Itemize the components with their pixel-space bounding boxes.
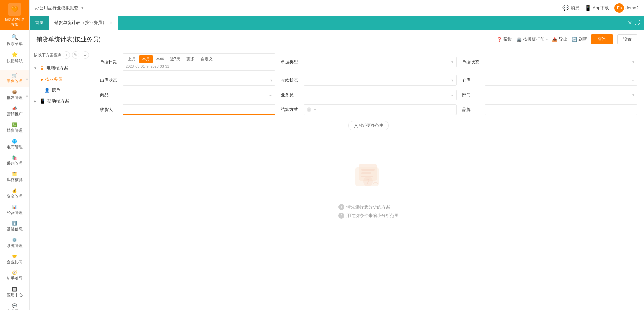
sidebar-item-sales[interactable]: 💹 销售管理 (0, 120, 29, 136)
warehouse-more-icon: ··· (630, 78, 634, 83)
sidebar-item-collab-label: 企业协同 (7, 259, 23, 265)
export-button[interactable]: 📤 导出 (552, 36, 568, 42)
system-icon: ⚙️ (12, 238, 17, 242)
svg-rect-2 (361, 169, 375, 171)
sidebar-item-guide[interactable]: 🧭 新手引导 (0, 268, 29, 284)
filter-payment: 结算方式 ✕ ▾ (281, 104, 456, 115)
sidebar-logo[interactable]: 🧡 畅捷通好生意 标版 (0, 0, 29, 30)
goods-control[interactable]: ··· (123, 90, 275, 100)
sidebar-item-inventory[interactable]: 🗂️ 库存核算 (0, 169, 29, 186)
tree-child-by-order[interactable]: 👤 按单 (36, 85, 93, 95)
filter-row-1: 单据日期 上月 本月 本年 近7天 更多 自定义 20 (100, 53, 637, 71)
left-panel-title: 按以下方案查询 (34, 52, 62, 58)
doc-status-dropdown-icon: ▾ (632, 60, 634, 64)
topbar-dropdown-icon[interactable]: ▾ (81, 5, 84, 10)
payment-control[interactable]: ✕ ▾ (304, 104, 456, 115)
doc-type-control[interactable]: ▾ (304, 57, 456, 67)
receipt-status-control[interactable]: ▾ (304, 75, 456, 86)
star-icon: ⭐ (11, 51, 18, 58)
date-tab-thisyear[interactable]: 本年 (153, 55, 167, 63)
edit-scheme-button[interactable]: ✎ (72, 51, 79, 59)
filter-dept: 部门 ▾ (462, 90, 637, 100)
tree-mobile-group[interactable]: ▶ 📱 移动端方案 (30, 95, 93, 107)
sidebar-item-marketing[interactable]: 📣 营销推广 (0, 103, 29, 120)
refresh-button[interactable]: 🔄 刷新 (572, 36, 587, 42)
dept-label: 部门 (462, 92, 482, 98)
empty-tip-1: 1 请先选择要分析的方案 (338, 204, 399, 210)
message-button[interactable]: 💬 消息 (562, 5, 579, 11)
tree-node-mobile: ▶ 📱 移动端方案 (30, 95, 93, 107)
export-icon: 📤 (552, 37, 557, 42)
tree-node-desktop: ▼ 🖥 电脑端方案 ● 按业务员 👤 按单 (30, 62, 93, 95)
main-layout: 按以下方案查询 ＋ ✎ « ▼ 🖥 电脑端方案 (30, 48, 644, 310)
date-tab-custom[interactable]: 自定义 (198, 55, 215, 63)
date-tab-more[interactable]: 更多 (184, 55, 197, 63)
out-status-control[interactable]: ▾ (123, 75, 275, 86)
help-button[interactable]: ❓ 帮助 (497, 36, 512, 42)
date-label: 单据日期 (100, 59, 120, 65)
topbar: 办公用品行业模拟账套 ▾ 💬 消息 📱 App下载 Ea demo2 (30, 0, 644, 16)
tree-child-salesperson-label: 按业务员 (45, 76, 62, 82)
empty-state-icon: ? (348, 157, 389, 197)
date-tab-thismonth[interactable]: 本月 (139, 55, 153, 63)
logo-icon: 🧡 (8, 3, 21, 16)
sidebar-item-basic[interactable]: ℹ️ 基础信息 (0, 218, 29, 235)
sidebar-item-appstore[interactable]: 🔲 应用中心 (0, 284, 29, 301)
filter-doc-type: 单据类型 ▾ (281, 57, 456, 67)
query-label: 查询 (598, 37, 606, 42)
settings-button[interactable]: 设置 (617, 34, 637, 44)
sidebar-item-collab[interactable]: 🤝 企业协同 (0, 251, 29, 268)
warehouse-control[interactable]: ··· (485, 75, 637, 86)
date-tab-lastmonth[interactable]: 上月 (125, 55, 139, 63)
out-status-label: 出库状态 (100, 77, 120, 83)
sidebar-item-wholesale[interactable]: 📦 批发管理 ▴ (0, 87, 29, 103)
search-menu-button[interactable]: 🔍 搜索菜单 (2, 32, 27, 48)
sidebar-item-wechat[interactable]: 💬 企业微信 (0, 301, 29, 310)
purchase-icon: 🛍️ (12, 155, 17, 160)
filter-row-3: 商品 ··· 业务员 ··· 部门 (100, 90, 637, 100)
collapse-label: 收起更多条件 (359, 123, 383, 128)
chevron-up-icon: ▴ (26, 93, 28, 97)
filter-row-4: 收货人 ··· 结算方式 ✕ ▾ (100, 104, 637, 115)
sidebar-item-finance[interactable]: 💰 资金管理 (0, 186, 29, 202)
consignee-control[interactable]: ··· (123, 104, 275, 115)
dept-control[interactable]: ▾ (485, 90, 637, 100)
date-tab-last7[interactable]: 近7天 (167, 55, 183, 63)
guide-icon: 🧭 (12, 270, 17, 275)
mobile-icon: 📱 (40, 98, 45, 104)
retail-icon: 🛒 (12, 73, 17, 78)
sidebar-item-system[interactable]: ⚙️ 系统管理 (0, 235, 29, 251)
tab-close-button[interactable]: ✕ (109, 21, 113, 25)
date-tabs: 上月 本月 本年 近7天 更多 自定义 (123, 54, 275, 63)
quick-nav-button[interactable]: ⭐ 快捷导航 (2, 50, 27, 66)
collapse-panel-button[interactable]: « (82, 51, 89, 59)
date-filter-wrapper[interactable]: 上月 本月 本年 近7天 更多 自定义 2023-03-01 至 2023-03… (123, 53, 275, 71)
tab-home[interactable]: 首页 (30, 16, 49, 30)
sidebar-item-operation[interactable]: 📊 经营管理 (0, 202, 29, 218)
tabbar-expand[interactable]: ✕ ⛶ (624, 20, 644, 26)
topbar-right: 💬 消息 📱 App下载 Ea demo2 (562, 3, 639, 13)
tree-desktop-group[interactable]: ▼ 🖥 电脑端方案 (30, 62, 93, 74)
collapse-button[interactable]: ⋀ 收起更多条件 (348, 121, 389, 130)
sidebar-item-inventory-label: 库存核算 (7, 177, 23, 183)
empty-state: ? 1 请先选择要分析的方案 2 用过滤条件来缩小分析范围 (100, 137, 637, 239)
sidebar-item-retail[interactable]: 🛒 零售管理 ▾ (0, 70, 29, 87)
consignee-label: 收货人 (100, 107, 120, 113)
left-panel-actions: ＋ ✎ « (63, 51, 89, 59)
template-print-button[interactable]: 🖨️ 按模板打印 ▾ (516, 36, 548, 42)
brand-control[interactable]: ··· (485, 104, 637, 115)
tip-1-text: 请先选择要分析的方案 (346, 204, 390, 210)
add-scheme-button[interactable]: ＋ (63, 51, 70, 59)
sidebar-item-purchase[interactable]: 🛍️ 采购管理 (0, 153, 29, 169)
payment-clear-icon[interactable]: ✕ (307, 107, 311, 112)
tree-child-salesperson[interactable]: ● 按业务员 (36, 74, 93, 85)
sidebar-item-ecom[interactable]: 🌐 电商管理 (0, 136, 29, 153)
payment-label: 结算方式 (281, 107, 301, 113)
salesperson-control[interactable]: ··· (304, 90, 456, 100)
tab-sales-stat[interactable]: 销货单统计表（按业务员） ✕ (49, 16, 118, 30)
query-button[interactable]: 查询 (591, 34, 613, 44)
sidebar-item-basic-label: 基础信息 (7, 226, 23, 232)
app-download-button[interactable]: 📱 App下载 (585, 5, 609, 11)
doc-status-control[interactable]: ▾ (485, 57, 637, 67)
user-profile[interactable]: Ea demo2 (614, 3, 639, 13)
